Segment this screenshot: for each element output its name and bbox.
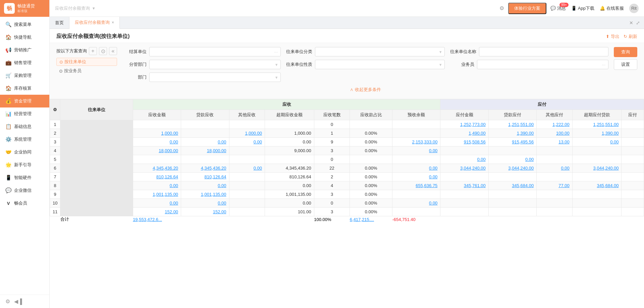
tab-controls: ✕ ⤢ bbox=[625, 20, 644, 26]
filter-area: 按以下方案查询 + ⊙ « ⊙ 按往来单位 ⊙ 按业务员 bbox=[50, 43, 644, 99]
warehouse-icon: 🏠 bbox=[5, 85, 11, 91]
setting-button[interactable]: 设置 bbox=[614, 59, 637, 70]
partner-cell bbox=[60, 173, 133, 181]
settlement-unit-input[interactable]: ··· bbox=[149, 47, 281, 56]
table-row: 21,000.001,000.001,000.0010.00%1,490.001… bbox=[50, 129, 644, 138]
col-prepay: 预收余额 bbox=[392, 110, 440, 120]
sidebar-item-hardware[interactable]: 📱 智能硬件 bbox=[0, 171, 49, 184]
sidebar-item-ops[interactable]: 📊 经营管理 bbox=[0, 107, 49, 120]
chevron-down-icon: ▾ bbox=[93, 6, 95, 11]
sidebar-item-basic[interactable]: 📋 基础信息 bbox=[0, 120, 49, 133]
user-avatar[interactable]: Rit bbox=[629, 4, 639, 13]
table-settings-col[interactable]: ⚙ bbox=[50, 99, 60, 120]
finance-icon: 💰 bbox=[5, 98, 11, 104]
sidebar-item-purchase[interactable]: 🛒 采购管理 bbox=[0, 69, 49, 82]
main-content: 应收应付余额查询 ▾ ⚙ 体验行业方案 💬 消息 99+ 📱 App下载 🔔 在… bbox=[50, 0, 644, 308]
table-row: 30.000.000.000.0090.00%2,153,333.00915,5… bbox=[50, 138, 644, 146]
footer-empty-3 bbox=[229, 216, 265, 223]
sidebar-item-vip[interactable]: V 畅会员 bbox=[0, 197, 49, 210]
promo-button[interactable]: 体验行业方案 bbox=[508, 3, 546, 14]
partner-cell bbox=[60, 146, 133, 155]
footer-empty-8 bbox=[572, 216, 622, 223]
online-service-button[interactable]: 🔔 在线客服 bbox=[600, 5, 624, 11]
sidebar-item-collab[interactable]: 🤝 企业协同 bbox=[0, 146, 49, 159]
breadcrumb: 应收应付余额查询 ▾ bbox=[55, 5, 495, 11]
ops-icon: 📊 bbox=[5, 111, 11, 117]
scheme-collapse-button[interactable]: « bbox=[109, 47, 117, 55]
sidebar-item-search-menu[interactable]: 🔍 搜索菜单 bbox=[0, 18, 49, 31]
refresh-button[interactable]: ↻ 刷新 bbox=[624, 34, 637, 40]
sidebar-item-newbie[interactable]: 🌟 新手引导 bbox=[0, 159, 49, 171]
partner-cell bbox=[60, 129, 133, 138]
page-actions: ⬆ 导出 ↻ 刷新 bbox=[606, 34, 637, 40]
branch-dept-input[interactable]: ▾ bbox=[149, 60, 281, 69]
filter-fields: 结算单位 ··· 往来单位分类 ▾ bbox=[122, 47, 608, 95]
sidebar-item-sales[interactable]: 💼 销售管理 bbox=[0, 56, 49, 69]
col-ar-loan: 贷款应收 bbox=[181, 110, 229, 120]
dept-input[interactable]: ▾ bbox=[149, 73, 281, 82]
filter-scheme-label: 按以下方案查询 bbox=[56, 48, 87, 54]
collapse-icon: ∧ bbox=[350, 87, 354, 92]
close-window-icon[interactable]: ✕ bbox=[629, 20, 633, 26]
partner-cell bbox=[60, 190, 133, 199]
partner-category-input[interactable]: ▾ bbox=[315, 47, 444, 56]
table-row: 7810,126.64810,126.64810,126.6420.00%0.0… bbox=[50, 173, 644, 181]
sidebar-item-quick-nav[interactable]: 🏠 快捷导航 bbox=[0, 31, 49, 44]
add-scheme-button[interactable]: + bbox=[89, 47, 97, 55]
partner-nature-input[interactable]: ▾ bbox=[315, 60, 444, 69]
col-ap-overdue-loan: 超期应付贷款 bbox=[572, 110, 622, 120]
topbar-right: 💬 消息 99+ 📱 App下载 🔔 在线客服 Rit bbox=[550, 4, 639, 13]
tabs-bar: 首页 应收应付余额查询 × ✕ ⤢ bbox=[50, 17, 644, 29]
newbie-icon: 🌟 bbox=[5, 162, 11, 168]
tab-ar-ap-query[interactable]: 应收应付余额查询 × bbox=[69, 17, 120, 29]
footer-empty-7 bbox=[537, 216, 573, 223]
partner-cell bbox=[60, 199, 133, 208]
sidebar-item-finance[interactable]: 💰 资金管理 bbox=[0, 95, 49, 107]
refresh-icon: ↻ bbox=[624, 34, 627, 39]
system-icon: ⚙️ bbox=[5, 136, 11, 142]
maximize-icon[interactable]: ⤢ bbox=[636, 20, 640, 26]
notification-button[interactable]: 💬 消息 99+ bbox=[550, 5, 566, 11]
query-button[interactable]: 查询 bbox=[614, 47, 637, 57]
footer-ar-ratio-total: 100.00% bbox=[314, 216, 350, 223]
sidebar-footer: ⚙ ◀▐ bbox=[0, 295, 49, 308]
logo-text: 畅捷通货 标准版 bbox=[17, 3, 35, 13]
quick-nav-icon: 🏠 bbox=[5, 34, 11, 40]
filter-dept: 部门 ▾ bbox=[122, 73, 281, 82]
sidebar-item-marketing[interactable]: 📢 营销推广 bbox=[0, 44, 49, 56]
gear-icon[interactable]: ⚙ bbox=[499, 5, 504, 11]
partner-cell bbox=[60, 164, 133, 173]
collapse-sidebar-icon[interactable]: ◀▐ bbox=[14, 298, 22, 305]
sidebar-item-warehouse[interactable]: 🏠 库存核算 bbox=[0, 82, 49, 95]
partner-name-input[interactable] bbox=[479, 47, 608, 56]
breadcrumb-text: 应收应付余额查询 bbox=[55, 5, 90, 11]
filter-settlement-unit: 结算单位 ··· bbox=[122, 47, 281, 56]
scheme-settings-button[interactable]: ⊙ bbox=[99, 47, 107, 55]
footer-empty-6 bbox=[488, 216, 536, 223]
col-ar-ratio: 应收款占比 bbox=[350, 110, 392, 120]
avatar: Rit bbox=[629, 4, 639, 13]
table-row: 101,252,773.001,251,551.001,222.001,251,… bbox=[50, 120, 644, 129]
partner-cell bbox=[60, 138, 133, 146]
app-download-button[interactable]: 📱 App下载 bbox=[571, 5, 594, 11]
filter-collapse-button[interactable]: ∧ 收起更多条件 bbox=[122, 85, 608, 95]
sidebar-item-wechat[interactable]: 💬 企业微信 bbox=[0, 184, 49, 197]
table-row: 64,345,436.204,345,436.200.004,345,436.2… bbox=[50, 164, 644, 173]
scheme-by-partner[interactable]: ⊙ 按往来单位 bbox=[56, 58, 117, 66]
topbar: 应收应付余额查询 ▾ ⚙ 体验行业方案 💬 消息 99+ 📱 App下载 🔔 在… bbox=[50, 0, 644, 17]
settings-footer-icon[interactable]: ⚙ bbox=[5, 298, 10, 305]
export-button[interactable]: ⬆ 导出 bbox=[606, 34, 620, 40]
tab-close-icon[interactable]: × bbox=[112, 20, 114, 25]
collab-icon: 🤝 bbox=[5, 149, 11, 155]
table-row: 11152.00152.00101.0030.00% bbox=[50, 208, 644, 216]
sidebar-item-system[interactable]: ⚙️ 系统管理 bbox=[0, 133, 49, 146]
ar-ap-table: ⚙ 往来单位 应收 应付 应收金额 贷款应收 其他应收 超期应收金额 应收笔数 … bbox=[50, 99, 644, 222]
payable-group-header: 应付 bbox=[440, 99, 644, 110]
purchase-icon: 🛒 bbox=[5, 73, 11, 79]
tab-home[interactable]: 首页 bbox=[50, 17, 69, 29]
footer-empty-5 bbox=[440, 216, 488, 223]
col-ar-overdue: 超期应收金额 bbox=[265, 110, 314, 120]
salesperson-input[interactable]: ··· bbox=[477, 60, 608, 69]
scheme-by-salesperson[interactable]: ⊙ 按业务员 bbox=[56, 67, 117, 75]
col-ap-extra: 应付 bbox=[622, 110, 644, 120]
